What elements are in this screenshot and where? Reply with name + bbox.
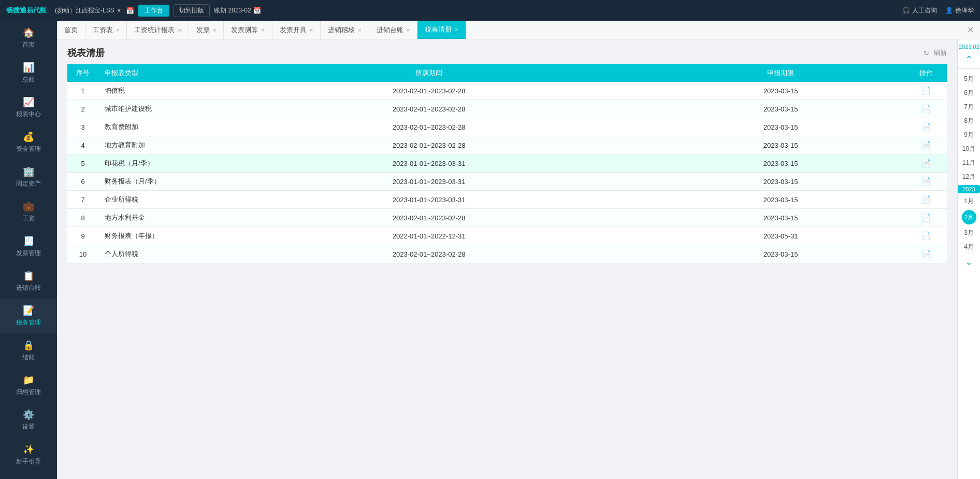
panel-up-button[interactable]: ⌃ <box>963 52 975 67</box>
tab-tax-list-close-icon[interactable]: × <box>455 26 458 33</box>
action-icon[interactable]: 📄 <box>921 231 931 240</box>
month-item-2023[interactable]: 2月 <box>962 210 976 224</box>
sidebar-label-report: 报表中心 <box>16 110 41 119</box>
sidebar-item-payroll[interactable]: 💼 工资 <box>0 194 57 229</box>
tab-invoice-issue-label: 发票开具 <box>280 25 307 35</box>
tab-purchase-review-close-icon[interactable]: × <box>358 27 361 33</box>
table-row: 9 财务报表（年报） 2022-01-01~2022-12-31 2023-05… <box>67 227 947 245</box>
cell-seq: 2 <box>67 100 98 118</box>
ledger-icon: 📊 <box>23 62 34 73</box>
action-icon[interactable]: 📄 <box>921 159 931 167</box>
sidebar-item-fund[interactable]: 💰 资金管理 <box>0 125 57 160</box>
tab-payroll[interactable]: 工资表 × <box>85 21 127 39</box>
cell-seq: 1 <box>67 82 98 100</box>
tab-invoice-issue-close-icon[interactable]: × <box>310 27 313 33</box>
tab-bar: 首页 工资表 × 工资统计报表 × 发票 × 发票测算 × 发票开具 × <box>57 21 980 39</box>
sidebar-item-tax[interactable]: 📝 税务管理 <box>0 299 57 333</box>
tab-tax-list[interactable]: 税表清册 × <box>417 21 466 39</box>
action-icon[interactable]: 📄 <box>921 213 931 222</box>
right-panel: 2023.02 ⌃ 5月6月7月8月9月10月11月12月 2023 1月2月3… <box>957 39 980 479</box>
sidebar-item-close[interactable]: 🔒 结账 <box>0 333 57 368</box>
cell-deadline: 2023-03-15 <box>656 136 905 154</box>
cell-deadline: 2023-03-15 <box>656 191 905 209</box>
purchase-icon: 📋 <box>23 270 34 281</box>
month-item-2022[interactable]: 7月 <box>960 100 977 114</box>
cell-action: 📄 <box>905 154 947 173</box>
old-version-button[interactable]: 切到旧版 <box>174 4 210 17</box>
refresh-button[interactable]: ↻ 刷新 <box>924 48 947 58</box>
cell-deadline: 2023-03-15 <box>656 118 905 136</box>
home-icon: 🏠 <box>23 27 34 38</box>
panel-year-header[interactable]: 2023.02 <box>958 41 980 52</box>
month-item-2022[interactable]: 8月 <box>960 114 977 128</box>
top-bar-right: 🎧 人工咨询 👤 徐泽华 <box>902 6 974 15</box>
sidebar-item-settings[interactable]: ⚙️ 设置 <box>0 403 57 438</box>
tab-invoice-check-close-icon[interactable]: × <box>261 27 264 33</box>
action-icon[interactable]: 📄 <box>921 104 931 113</box>
tab-purchase-review[interactable]: 进销稽核 × <box>321 21 369 39</box>
sidebar-item-ledger[interactable]: 📊 总账 <box>0 55 57 90</box>
table-row: 10 个人所得税 2023-02-01~2023-02-28 2023-03-1… <box>67 245 947 263</box>
tab-payroll-close-icon[interactable]: × <box>116 27 119 33</box>
sidebar-label-close: 结账 <box>22 353 35 362</box>
month-item-2022[interactable]: 12月 <box>960 170 977 184</box>
month-item-2023[interactable]: 3月 <box>962 226 976 240</box>
action-icon[interactable]: 📄 <box>921 122 931 131</box>
user-menu[interactable]: 👤 徐泽华 <box>945 6 974 15</box>
sidebar-item-guide[interactable]: ✨ 新手引导 <box>0 438 57 472</box>
tab-payroll-report[interactable]: 工资统计报表 × <box>127 21 189 39</box>
year-2023-badge[interactable]: 2023 <box>958 185 980 193</box>
refresh-label: 刷新 <box>933 48 947 58</box>
sidebar-item-home[interactable]: 🏠 首页 <box>0 21 57 55</box>
page-title: 税表清册 <box>67 47 105 59</box>
tab-invoice-check[interactable]: 发票测算 × <box>224 21 272 39</box>
page-with-panel: 税表清册 ↻ 刷新 序号 申报表类型 所属期间 <box>57 39 980 479</box>
period-display: 账期 2023-02 📆 <box>214 6 261 15</box>
action-icon[interactable]: 📄 <box>921 140 931 149</box>
month-item-2022[interactable]: 5月 <box>960 72 977 86</box>
month-item-2022[interactable]: 6月 <box>960 86 977 100</box>
tab-purchase-review-label: 进销稽核 <box>328 25 355 35</box>
tab-close-button[interactable]: ✕ <box>961 25 980 35</box>
tab-purchase-ledger[interactable]: 进销台账 × <box>369 21 417 39</box>
sidebar-label-home: 首页 <box>22 40 35 49</box>
month-item-2022[interactable]: 10月 <box>960 142 977 156</box>
panel-down-button[interactable]: ⌄ <box>963 254 975 270</box>
month-item-2023[interactable]: 1月 <box>962 194 976 208</box>
action-icon[interactable]: 📄 <box>921 195 931 204</box>
action-icon[interactable]: 📄 <box>921 177 931 186</box>
sidebar-item-purchase[interactable]: 📋 进销台账 <box>0 264 57 299</box>
cell-period: 2022-01-01~2022-12-31 <box>202 227 656 245</box>
col-header-action: 操作 <box>905 64 947 82</box>
refresh-icon: ↻ <box>924 49 929 57</box>
cell-seq: 7 <box>67 191 98 209</box>
action-icon[interactable]: 📄 <box>921 249 931 258</box>
sidebar-item-report[interactable]: 📈 报表中心 <box>0 90 57 125</box>
month-item-2023[interactable]: 4月 <box>962 240 976 254</box>
tab-invoice[interactable]: 发票 × <box>189 21 224 39</box>
company-selector[interactable]: (勿动）江西报宝-LSS ▼ <box>55 6 122 15</box>
cell-period: 2023-02-01~2023-02-28 <box>202 136 656 154</box>
sidebar-item-vip[interactable]: 👑 畅会员 <box>0 472 57 479</box>
workbench-button[interactable]: 工作台 <box>138 5 169 17</box>
sidebar-label-settings: 设置 <box>22 422 35 431</box>
month-item-2022[interactable]: 9月 <box>960 128 977 142</box>
tab-invoice-close-icon[interactable]: × <box>213 27 216 33</box>
tab-invoice-issue[interactable]: 发票开具 × <box>272 21 321 39</box>
month-item-2022[interactable]: 11月 <box>960 156 977 170</box>
tab-payroll-report-close-icon[interactable]: × <box>178 27 181 33</box>
ai-consult-link[interactable]: 🎧 人工咨询 <box>902 6 937 15</box>
cell-deadline: 2023-03-15 <box>656 173 905 191</box>
sidebar-item-assets[interactable]: 🏢 固定资产 <box>0 160 57 194</box>
sidebar-item-invoice-mgmt[interactable]: 🧾 发票管理 <box>0 229 57 264</box>
sidebar-label-invoice-mgmt: 发票管理 <box>16 249 41 258</box>
calendar-icon2: 📆 <box>253 7 261 14</box>
cell-seq: 3 <box>67 118 98 136</box>
tab-tax-list-label: 税表清册 <box>425 25 452 34</box>
sidebar-item-archive[interactable]: 📁 归档管理 <box>0 368 57 403</box>
tab-home[interactable]: 首页 <box>57 21 85 39</box>
tab-purchase-ledger-close-icon[interactable]: × <box>407 27 410 33</box>
cell-deadline: 2023-03-15 <box>656 82 905 100</box>
action-icon[interactable]: 📄 <box>921 86 931 95</box>
cell-type: 增值税 <box>98 82 202 100</box>
